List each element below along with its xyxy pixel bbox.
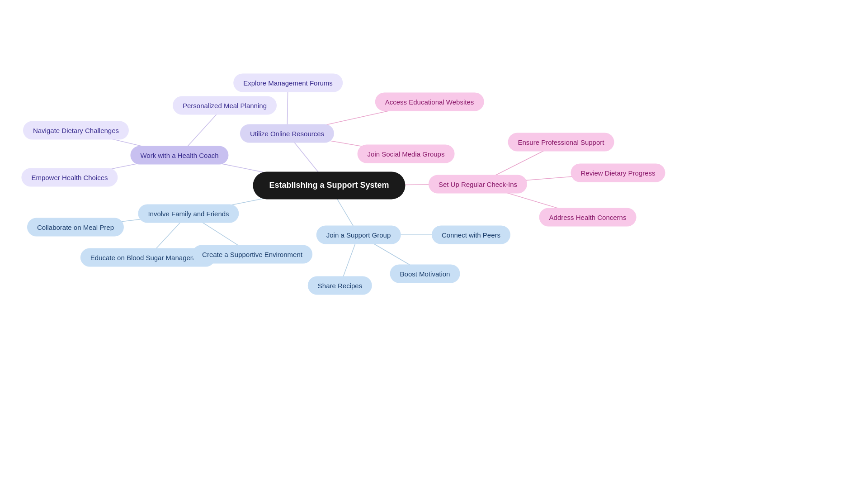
node-boost-motivation[interactable]: Boost Motivation	[390, 265, 460, 283]
node-connect-peers[interactable]: Connect with Peers	[432, 226, 510, 244]
node-utilize-online[interactable]: Utilize Online Resources	[240, 124, 334, 143]
node-collaborate-meal[interactable]: Collaborate on Meal Prep	[27, 218, 124, 237]
connections-svg	[0, 0, 868, 490]
node-join-social[interactable]: Join Social Media Groups	[358, 145, 455, 163]
mindmap-container: Establishing a Support SystemUtilize Onl…	[0, 0, 868, 490]
node-navigate-dietary[interactable]: Navigate Dietary Challenges	[23, 121, 129, 140]
node-ensure-support[interactable]: Ensure Professional Support	[508, 133, 614, 152]
node-personalized-meal[interactable]: Personalized Meal Planning	[173, 96, 277, 115]
node-join-support-group[interactable]: Join a Support Group	[316, 226, 401, 244]
node-review-dietary[interactable]: Review Dietary Progress	[571, 164, 665, 182]
node-work-coach[interactable]: Work with a Health Coach	[130, 146, 228, 165]
node-address-health[interactable]: Address Health Concerns	[539, 208, 637, 227]
node-access-websites[interactable]: Access Educational Websites	[375, 93, 484, 111]
node-involve-family[interactable]: Involve Family and Friends	[138, 205, 239, 223]
node-create-supportive[interactable]: Create a Supportive Environment	[192, 245, 312, 264]
node-center[interactable]: Establishing a Support System	[253, 171, 405, 199]
node-share-recipes[interactable]: Share Recipes	[308, 276, 372, 295]
node-empower-health[interactable]: Empower Health Choices	[21, 168, 118, 187]
node-set-checkins[interactable]: Set Up Regular Check-Ins	[429, 175, 527, 194]
node-explore-forums[interactable]: Explore Management Forums	[233, 74, 343, 92]
